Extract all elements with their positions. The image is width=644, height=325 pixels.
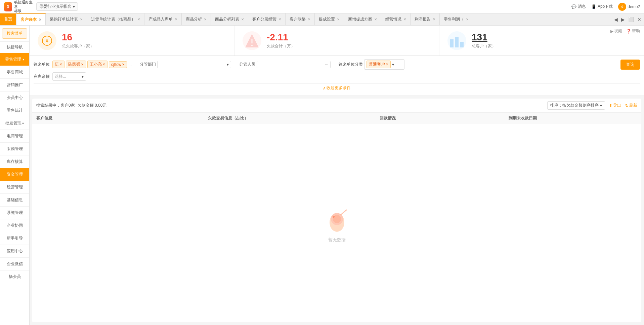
top-header: ¥ 畅捷通好生意 标版 母婴行业演示帐套 ▾ 💬 消息 📱 App下载 d de… [0,0,644,13]
close-icon[interactable]: ✕ [175,17,177,21]
sidebar-item-purchase[interactable]: 采购管理 [0,143,29,155]
filter-more-btn[interactable]: ... [128,62,132,67]
download-icon: 📱 [591,4,596,9]
total-customers-icon [447,31,466,50]
dept-select[interactable]: ▾ [157,61,231,68]
remove-tag-wang[interactable]: ✕ [102,63,105,66]
debt-total-number: -2.11 [267,32,295,43]
close-icon[interactable]: ✕ [403,17,406,21]
collapse-filter-btn[interactable]: ∧ 收起更多条件 [34,83,640,92]
col-repayment: 回款情况 [380,115,508,121]
table-body: 暂无数据 [32,124,641,322]
sidebar-item-wholesale[interactable]: 批发管理 ▾ [0,117,29,130]
col-customer-info: 客户信息 [36,115,208,121]
total-customers-number: 131 [472,32,496,43]
sidebar-item-retail-mgmt[interactable]: 零售管理 ▾ [0,53,29,66]
sidebar-item-enterprise-wechat[interactable]: 企业微信 [0,258,29,270]
balance-select[interactable]: 选择... ▾ [52,72,86,81]
tab-operations[interactable]: 经营情况 ✕ [381,13,411,26]
col-debt-info: 欠款交易信息（占比） [208,115,380,121]
remove-tag-cjttcw[interactable]: ✕ [122,63,125,66]
sort-select[interactable]: 排序：按欠款金额倒序排序 ▾ [547,101,605,110]
tab-profit-report[interactable]: 利润报告 ✕ [411,13,440,26]
tab-goods-analysis[interactable]: 商品分析 ✕ [182,13,211,26]
chevron-down-icon: ▾ [73,4,75,9]
avatar: d [618,3,626,11]
messages-btn[interactable]: 💬 消息 [571,4,586,9]
close-icon[interactable]: ✕ [39,18,41,22]
remove-tag-wu[interactable]: ✕ [59,63,62,66]
filter-tag-cjttcw: cjttcw ✕ [109,61,127,68]
app-download-btn[interactable]: 📱 App下载 [591,4,613,9]
svg-point-12 [333,216,335,218]
close-icon[interactable]: ✕ [80,17,83,21]
sidebar-item-vip[interactable]: 畅会员 [0,270,29,283]
tab-new-promotion[interactable]: 新增提成方案 ✕ [344,13,381,26]
sidebar-item-retail-stats[interactable]: 零售统计 [0,104,29,117]
sidebar-item-inventory[interactable]: 库存核算 [0,155,29,168]
close-icon[interactable]: ✕ [137,17,140,21]
sidebar-item-ecommerce[interactable]: 电商管理 [0,130,29,143]
tab-customer-stratify[interactable]: 客户分层经营 ✕ [248,13,286,26]
close-icon[interactable]: ✕ [466,17,469,21]
close-icon[interactable]: ✕ [308,17,310,21]
unit-class-tag-normal: 普通客户 ✕ [367,61,391,68]
close-icon[interactable]: ✕ [241,17,244,21]
toolbar-right: 排序：按欠款金额倒序排序 ▾ ⬆ 导出 ↻ 刷新 [547,101,637,110]
remove-tag-chen[interactable]: ✕ [81,63,84,66]
search-menu-button[interactable]: 搜索菜单 [2,28,27,39]
unit-class-select[interactable]: 普通客户 ✕ ▾ [364,59,404,70]
query-button[interactable]: 查询 [620,60,640,70]
sidebar-item-retail-mall[interactable]: 零售商城 [0,66,29,79]
tabs-scroll-left[interactable]: ◀ [613,16,619,23]
close-icon[interactable]: ✕ [204,17,207,21]
tab-product-inbound[interactable]: 产成品入库单 ✕ [144,13,182,26]
remove-unit-class-tag[interactable]: ✕ [386,63,388,66]
close-icon[interactable]: ✕ [433,17,435,21]
chevron-down-icon: ▾ [22,121,24,125]
sidebar-item-member-center[interactable]: 会员中心 [0,92,29,104]
tab-goods-analysis-list[interactable]: 商品分析列表 ✕ [211,13,248,26]
tabs-maximize[interactable]: ⬜ [627,16,635,23]
filter-tag-wang: 王小亮 ✕ [87,61,108,68]
debt-customers-number: 16 [62,32,94,43]
unit-class-label: 往来单位分类 [339,62,363,67]
tabs-scroll-right[interactable]: ▶ [620,16,626,23]
svg-rect-5 [450,39,454,47]
close-icon[interactable]: ✕ [278,17,281,21]
debt-customers-icon: ¥ [38,31,56,50]
tab-customer-contact[interactable]: 客户联络 ✕ [286,13,315,26]
table-header: 客户信息 欠款交易信息（占比） 回款情况 到期未收款日期 [32,113,641,124]
export-btn[interactable]: ⬆ 导出 [609,103,621,108]
tabs-close-all[interactable]: ✕ [636,16,643,23]
sidebar-item-sys[interactable]: 系统管理 [0,207,29,219]
tab-customer-book[interactable]: 客户账本 ✕ [16,13,46,26]
sidebar-quick-nav[interactable]: 快捷导航 [0,42,29,53]
sidebar-item-ops[interactable]: 经营管理 [0,181,29,194]
balance-filter-label: 在库余额 [34,74,50,79]
logo-icon: ¥ [4,2,12,11]
debt-customers-label: 总欠款客户（家） [62,43,94,49]
svg-point-4 [251,45,253,46]
message-icon: 💬 [571,4,576,9]
sidebar-item-marketing[interactable]: 营销推广 [0,79,29,92]
close-icon[interactable]: ✕ [337,17,340,21]
sidebar-item-basic-info[interactable]: 基础信息 [0,194,29,207]
tab-purchase-order[interactable]: 采购订单统计表 ✕ [46,13,87,26]
tab-promotion-settings[interactable]: 提成设置 ✕ [315,13,344,26]
sidebar-item-new-guide[interactable]: 新手引导 [0,232,29,245]
sidebar-item-app-center[interactable]: 应用中心 [0,245,29,258]
tab-purchase-stats[interactable]: 进货单统计表（按商品） ✕ [87,13,144,26]
account-selector[interactable]: 母婴行业演示帐套 ▾ [36,2,78,11]
person-select[interactable]: ··· [257,61,331,68]
sidebar-item-capital[interactable]: 资金管理 [0,168,29,181]
chevron-down-icon: ▾ [227,62,229,67]
table-area: 搜索结果中，客户0家 欠款金额 0.00元 排序：按欠款金额倒序排序 ▾ ⬆ 导… [32,99,641,322]
close-icon[interactable]: ✕ [374,17,377,21]
tab-home[interactable]: 首页 [0,13,16,26]
sidebar-item-enterprise-coop[interactable]: 企业协同 [0,219,29,232]
tab-retail-profit[interactable]: 零售利润（ ✕ [440,13,473,26]
refresh-btn[interactable]: ↻ 刷新 [625,103,637,108]
stat-debt-total: -2.11 欠款合计（万） [234,26,439,56]
user-profile[interactable]: d demo2 [618,3,640,11]
